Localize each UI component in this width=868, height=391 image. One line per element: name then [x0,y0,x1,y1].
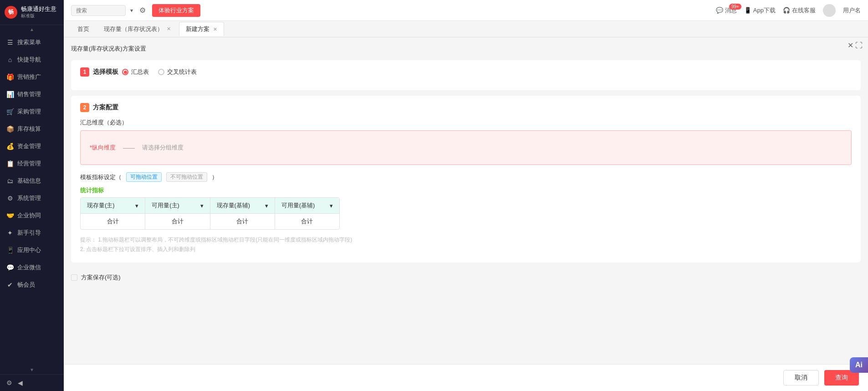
topbar-right: 💬 消息 99+ 📱 App下载 🎧 在线客服 用户名 [716,4,861,17]
step1-badge: 1 [80,67,89,77]
topbar-message[interactable]: 💬 消息 99+ [716,6,737,15]
sidebar-scroll-up[interactable]: ▲ [0,25,64,34]
step1-title: 选择模板 [93,68,118,76]
stats-col-3-arrow: ▾ [330,202,333,209]
operations-icon: 📋 [6,160,14,167]
sidebar-item-search-menu[interactable]: ☰ 搜索菜单 [0,34,64,51]
sidebar-item-vip[interactable]: ✔ 畅会员 [0,276,64,293]
main-area: ▾ ⚙ 体验行业方案 💬 消息 99+ 📱 App下载 🎧 在线客服 用户名 首… [64,0,868,391]
stats-body-0: 合计 [81,213,145,229]
tip-line-0: 提示： 1.拖动标题栏可以调整布局，不可跨维度或指标区域拖动栏目字段(只能在同一… [80,236,852,244]
sidebar-item-operations[interactable]: 📋 经营管理 [0,155,64,172]
stats-section-title: 统计指标 [80,186,852,195]
tab-new-plan-label: 新建方案 [186,25,209,33]
sidebar-item-marketing[interactable]: 🎁 营销推广 [0,68,64,86]
search-menu-icon: ☰ [6,39,14,46]
tab-inventory-label: 现存量（库存状况表） [104,25,163,33]
collapse-icon[interactable]: ◀ [18,379,23,386]
sidebar-scroll-down[interactable]: ▼ [0,365,64,374]
dimension-dash: —— [123,144,135,151]
step2-badge: 2 [80,103,89,112]
sidebar-item-system[interactable]: ⚙ 系统管理 [0,190,64,207]
settings-icon[interactable]: ⚙ [6,379,12,386]
indicator-label: 模板指标设定（ 可拖动位置 不可拖动位置 ） [80,172,852,182]
radio-cross-circle [158,69,164,75]
message-badge: 99+ [729,4,741,10]
stats-col-0[interactable]: 现存量(主) ▾ [81,198,145,213]
app-icon: 📱 [6,247,14,254]
cancel-button[interactable]: 取消 [783,370,819,386]
radio-cross[interactable]: 交叉统计表 [158,68,197,76]
panel-controls: ✕ ⛶ [842,37,868,53]
step2-title: 方案配置 [93,103,118,112]
system-icon: ⚙ [6,195,14,202]
search-input[interactable] [71,5,126,16]
sidebar-item-finance[interactable]: 💰 资金管理 [0,138,64,155]
sales-icon: 📊 [6,91,14,98]
sidebar-item-label: 库存核算 [17,125,41,133]
step1-header: 1 选择模板 汇总表 交叉统计表 [80,67,852,77]
step2-header: 2 方案配置 [80,103,852,112]
topbar-app-download[interactable]: 📱 App下载 [744,6,776,15]
tab-new-plan-close[interactable]: ✕ [213,26,217,32]
save-checkbox[interactable] [71,274,77,281]
sidebar-item-sales[interactable]: 📊 销售管理 [0,86,64,103]
stats-col-3[interactable]: 可用量(基辅) ▾ [275,198,339,213]
sidebar-item-label: 营销推广 [17,73,41,81]
sidebar-item-label: 经营管理 [17,159,41,168]
sidebar-item-quick-nav[interactable]: ⌂ 快捷导航 [0,51,64,68]
indicator-label-prefix: 模板指标设定（ [80,173,122,181]
sidebar-item-label: 企业微信 [17,263,41,272]
stats-col-1[interactable]: 可用量(主) ▾ [145,198,210,213]
purchase-icon: 🛒 [6,108,14,115]
gift-icon: 🎁 [6,73,14,81]
message-icon: 💬 [716,7,723,14]
ai-button[interactable]: Ai [850,357,868,373]
stats-col-1-label: 可用量(主) [152,201,179,210]
step2-card: 2 方案配置 汇总维度（必选） *纵向维度 —— 请选择分组维度 模板指标设定（… [71,96,861,262]
topbar-dropdown[interactable]: ▾ [130,7,133,14]
dimension-label: 汇总维度（必选） [80,118,852,127]
sidebar-nav: ☰ 搜索菜单 ⌂ 快捷导航 🎁 营销推广 📊 销售管理 🛒 采购管理 📦 库存核… [0,34,64,365]
tabbar: 首页 现存量（库存状况表） ✕ 新建方案 ✕ [64,21,868,37]
stats-table: 现存量(主) ▾ 可用量(主) ▾ 现存量(基辅) ▾ [80,197,340,230]
stats-body-1: 合计 [145,213,210,229]
stats-col-2[interactable]: 现存量(基辅) ▾ [210,198,275,213]
bottom-bar: 取消 查询 [64,364,868,391]
inventory-icon: 📦 [6,125,14,133]
tips-area: 提示： 1.拖动标题栏可以调整布局，不可跨维度或指标区域拖动栏目字段(只能在同一… [80,236,852,253]
sidebar-item-inventory[interactable]: 📦 库存核算 [0,120,64,138]
stats-col-0-label: 现存量(主) [87,201,115,210]
sidebar-item-new-guide[interactable]: ✦ 新手引导 [0,224,64,242]
sidebar-item-basic-info[interactable]: 🗂 基础信息 [0,172,64,190]
sidebar-item-label: 系统管理 [17,194,41,202]
sidebar-item-weixin[interactable]: 💬 企业微信 [0,259,64,276]
radio-summary[interactable]: 汇总表 [122,68,149,76]
sidebar-item-label: 资金管理 [17,142,41,150]
sidebar: 畅 畅康通好生意 标准版 ▲ ☰ 搜索菜单 ⌂ 快捷导航 🎁 营销推广 📊 销售… [0,0,64,391]
service-label: 在线客服 [792,6,816,15]
radio-cross-label: 交叉统计表 [167,68,197,76]
step1-card: 1 选择模板 汇总表 交叉统计表 [71,60,861,90]
tab-home-label: 首页 [77,25,89,33]
sidebar-item-app-center[interactable]: 📱 应用中心 [0,242,64,259]
weixin-icon: 💬 [6,264,14,271]
tab-inventory-close[interactable]: ✕ [167,26,171,32]
tab-home[interactable]: 首页 [71,22,96,36]
topbar-gear-icon[interactable]: ⚙ [139,6,146,15]
dimension-box: *纵向维度 —— 请选择分组维度 [80,130,852,165]
topbar-online-service[interactable]: 🎧 在线客服 [783,6,816,15]
radio-summary-label: 汇总表 [131,68,149,76]
sidebar-item-purchase[interactable]: 🛒 采购管理 [0,103,64,120]
sidebar-item-enterprise[interactable]: 🤝 企业协同 [0,207,64,224]
trial-btn[interactable]: 体验行业方案 [152,4,200,17]
service-icon: 🎧 [783,7,790,14]
indicator-label-end: ） [212,173,218,181]
topbar: ▾ ⚙ 体验行业方案 💬 消息 99+ 📱 App下载 🎧 在线客服 用户名 [64,0,868,21]
tab-inventory-status[interactable]: 现存量（库存状况表） ✕ [97,22,177,36]
stats-col-2-arrow: ▾ [265,202,268,209]
panel-close-btn[interactable]: ✕ [848,41,853,50]
panel-expand-btn[interactable]: ⛶ [855,41,863,50]
tab-new-plan[interactable]: 新建方案 ✕ [179,22,224,36]
sidebar-logo: 畅 畅康通好生意 标准版 [0,0,64,25]
